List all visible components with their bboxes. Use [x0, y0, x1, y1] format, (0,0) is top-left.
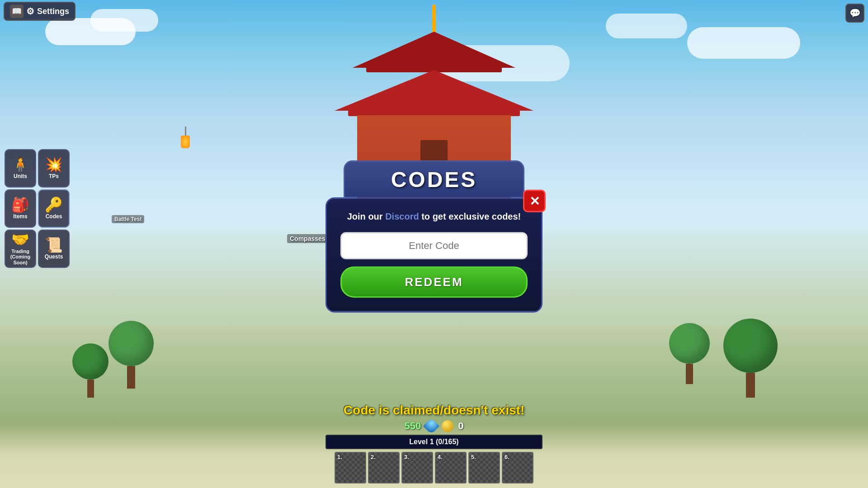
inv-slot-1[interactable]: 1.	[335, 452, 366, 483]
level-bar-text: Level 1 (0/165)	[409, 438, 458, 446]
coins-count: 0	[458, 420, 463, 432]
bottom-hud: Code is claimed/doesn't exist! 550 0 Lev…	[326, 403, 542, 483]
chat-button[interactable]: 💬	[845, 4, 864, 23]
tree-left-1	[72, 343, 108, 398]
inventory-row: 1. 2. 3. 4. 5. 6.	[335, 452, 533, 483]
tree-right-1	[723, 319, 778, 398]
tree-left-2	[108, 321, 154, 389]
compasses-label[interactable]: Compasses	[287, 234, 328, 243]
codes-modal: CODES ✕ Join our Discord to get exclusiv…	[326, 160, 542, 313]
coin-icon	[442, 420, 453, 432]
topbar: 📖 ⚙ Settings 💬	[0, 0, 868, 23]
inv-slot-3[interactable]: 3.	[401, 452, 433, 483]
discord-link[interactable]: Discord	[385, 211, 419, 221]
discord-text-2: to get exclusive codes!	[419, 211, 521, 221]
cloud-3	[687, 27, 800, 59]
resource-bar: 550 0	[405, 420, 464, 432]
sidebar-item-units[interactable]: 🧍 Units	[5, 149, 36, 188]
lantern-left	[181, 127, 190, 148]
discord-text-1: Join our	[347, 211, 385, 221]
modal-body: ✕ Join our Discord to get exclusive code…	[326, 197, 542, 313]
sidebar: 🧍 Units 💥 TPs 🎒 Items 🔑 Codes 🤝 Trading(…	[5, 149, 70, 268]
discord-prompt: Join our Discord to get exclusive codes!	[340, 210, 528, 223]
inv-slot-2[interactable]: 2.	[368, 452, 400, 483]
gem-icon	[423, 418, 440, 435]
battle-test-label[interactable]: Battle Test	[112, 215, 144, 223]
level-bar: Level 1 (0/165)	[326, 435, 542, 449]
units-label: Units	[14, 174, 27, 179]
chat-icon: 💬	[849, 8, 861, 19]
items-label: Items	[13, 214, 27, 220]
settings-button[interactable]: 📖 ⚙ Settings	[4, 2, 75, 21]
trading-label: Trading(Coming Soon)	[7, 249, 33, 265]
inv-slot-6[interactable]: 6.	[502, 452, 533, 483]
settings-label: Settings	[37, 7, 69, 16]
sidebar-item-trading[interactable]: 🤝 Trading(Coming Soon)	[5, 230, 36, 268]
units-icon: 🧍	[11, 157, 29, 172]
sidebar-item-codes[interactable]: 🔑 Codes	[38, 189, 70, 228]
codes-label: Codes	[46, 214, 62, 220]
status-message: Code is claimed/doesn't exist!	[344, 403, 524, 418]
codes-icon: 🔑	[45, 197, 63, 212]
sidebar-item-quests[interactable]: 📜 Quests	[38, 230, 70, 268]
tps-label: TPs	[49, 174, 59, 179]
inv-slot-4[interactable]: 4.	[435, 452, 467, 483]
code-input[interactable]	[340, 232, 528, 259]
tree-right-2	[669, 323, 710, 384]
redeem-button[interactable]: REDEEM	[340, 267, 528, 298]
gems-count: 550	[405, 420, 421, 432]
sidebar-item-items[interactable]: 🎒 Items	[5, 189, 36, 228]
inv-slot-5[interactable]: 5.	[468, 452, 500, 483]
quests-label: Quests	[45, 254, 63, 260]
quests-icon: 📜	[45, 238, 63, 252]
sidebar-item-tps[interactable]: 💥 TPs	[38, 149, 70, 188]
settings-icon: ⚙	[26, 6, 34, 17]
close-button[interactable]: ✕	[523, 190, 546, 212]
modal-title: CODES	[354, 167, 514, 192]
trading-icon: 🤝	[11, 232, 29, 247]
modal-header: CODES	[344, 160, 524, 197]
tps-icon: 💥	[45, 157, 63, 172]
book-icon: 📖	[10, 5, 24, 18]
items-icon: 🎒	[11, 197, 29, 212]
